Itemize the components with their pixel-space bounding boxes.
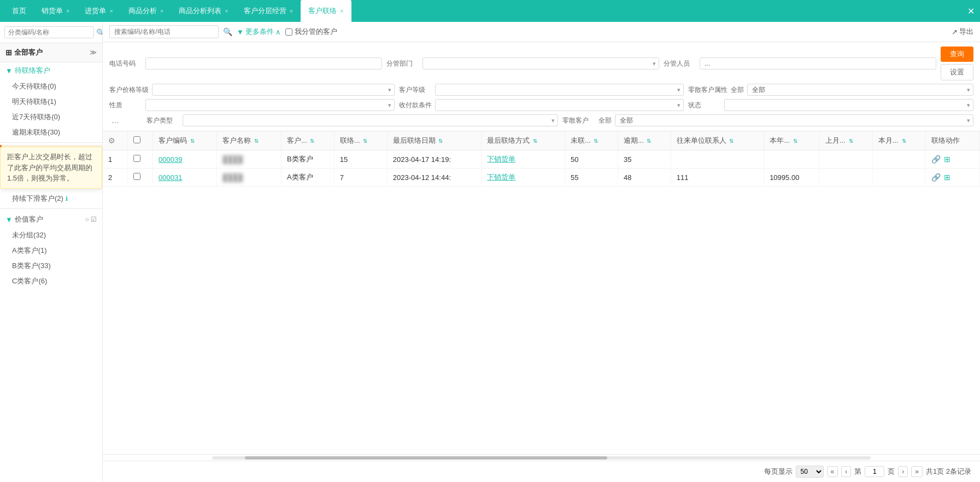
row-checkbox[interactable] <box>127 169 152 187</box>
close-icon[interactable]: × <box>66 8 69 14</box>
scrollbar-thumb[interactable] <box>245 456 607 460</box>
sidebar-item-declining[interactable]: 持续下滑客户(2) ℹ <box>0 191 102 206</box>
blurred-name: ████ <box>222 155 243 164</box>
customer-type-wrap: ▾ <box>183 114 558 126</box>
close-icon[interactable]: × <box>225 8 228 14</box>
overdue-column-header[interactable]: 逾期... ⇅ <box>618 131 671 150</box>
contact-column-header[interactable]: 联络... ⇅ <box>334 131 387 150</box>
last-date-column-header[interactable]: 最后联络日期 ⇅ <box>387 131 482 150</box>
link-action-icon[interactable]: 🔗 <box>931 155 941 164</box>
close-icon[interactable]: × <box>160 8 163 14</box>
this-month-column-header[interactable]: 本月... ⇅ <box>873 131 926 150</box>
sidebar-item-class-a[interactable]: A类客户(1) <box>0 243 102 258</box>
customer-type-select[interactable] <box>183 114 558 126</box>
qr-action-icon[interactable]: ⊞ <box>944 155 950 164</box>
this-month-amount <box>873 169 926 187</box>
nature-select[interactable] <box>145 99 395 111</box>
manager-input[interactable] <box>700 57 936 69</box>
customer-grade-select[interactable] <box>435 84 684 96</box>
method-link[interactable]: 下销货单 <box>487 155 515 163</box>
settings-button[interactable]: 设置 <box>941 64 973 80</box>
sidebar-item-class-c[interactable]: C类客户(6) <box>0 274 102 289</box>
close-icon[interactable]: × <box>109 8 113 14</box>
nav-analysis-label: 商品分析 <box>128 6 157 16</box>
horizontal-scrollbar[interactable] <box>103 454 980 461</box>
row-checkbox[interactable] <box>127 150 152 169</box>
edit-icons[interactable]: ○ ☑ <box>85 216 97 223</box>
next-page-button[interactable]: › <box>898 466 908 477</box>
method-link[interactable]: 下销货单 <box>487 173 515 181</box>
query-button[interactable]: 查询 <box>941 47 973 62</box>
type-column-header[interactable]: 客户... ⇅ <box>281 131 334 150</box>
more-dots[interactable]: ... <box>109 115 121 125</box>
payment-select[interactable] <box>435 99 684 111</box>
close-icon[interactable]: × <box>340 8 343 14</box>
row-index: 2 <box>103 169 127 187</box>
select-all-checkbox[interactable] <box>133 136 140 143</box>
customer-name: ████ <box>217 150 281 169</box>
pending-contact-group[interactable]: ▼ 待联络客户 <box>0 62 102 79</box>
page-label: 第 <box>854 467 861 477</box>
row-select-checkbox[interactable] <box>133 155 140 162</box>
my-customers-filter[interactable]: 我分管的客户 <box>285 27 337 37</box>
page-number-input[interactable] <box>865 466 884 477</box>
nav-home[interactable]: 首页 <box>4 0 34 22</box>
my-customers-label: 我分管的客户 <box>295 27 337 37</box>
sidebar-item-tomorrow[interactable]: 明天待联络(1) <box>0 94 102 109</box>
sidebar-item-class-b[interactable]: B类客户(33) <box>0 258 102 274</box>
sidebar-item-today[interactable]: 今天待联络(0) <box>0 79 102 94</box>
close-icon[interactable]: × <box>290 8 293 14</box>
search-input[interactable] <box>109 25 219 38</box>
name-column-header[interactable]: 客户名称 ⇅ <box>217 131 281 150</box>
dept-select[interactable] <box>422 57 659 69</box>
close-all-button[interactable]: ✕ <box>967 6 975 16</box>
customer-code[interactable]: 000039 <box>153 150 217 169</box>
this-year-column-header[interactable]: 本年... ⇅ <box>764 131 820 150</box>
all-customers-header[interactable]: ⊞ 全部客户 ≫ <box>0 43 102 62</box>
sidebar-search-icon[interactable]: 🔍 <box>96 28 103 37</box>
contact-person-column-header[interactable]: 往来单位联系人 ⇅ <box>671 131 764 150</box>
export-button[interactable]: ↗ 导出 <box>952 27 973 37</box>
nav-sales[interactable]: 销货单 × <box>34 0 77 22</box>
sidebar-search-input[interactable] <box>4 26 94 38</box>
unlink-column-header[interactable]: 未联... ⇅ <box>565 131 618 150</box>
search-icon[interactable]: 🔍 <box>223 27 232 36</box>
per-page-select[interactable]: 50 100 200 <box>796 466 824 478</box>
nav-analysis[interactable]: 商品分析 × <box>121 0 171 22</box>
sidebar-item-ungroup[interactable]: 未分组(32) <box>0 228 102 243</box>
sidebar-item-7days[interactable]: 近7天待联络(0) <box>0 109 102 125</box>
nav-analysis-list[interactable]: 商品分析列表 × <box>171 0 236 22</box>
customer-code[interactable]: 000031 <box>153 169 217 187</box>
nav-purchase[interactable]: 进货单 × <box>77 0 120 22</box>
sidebar-item-overdue[interactable]: 逾期未联络(30) <box>0 125 102 140</box>
last-month-column-header[interactable]: 上月... ⇅ <box>820 131 873 150</box>
checkbox-column-header[interactable] <box>127 131 152 150</box>
price-grade-label: 客户价格等级 <box>109 85 149 95</box>
status-select[interactable] <box>724 99 973 111</box>
first-page-button[interactable]: « <box>827 466 838 477</box>
nav-customer-tier[interactable]: 客户分层经营 × <box>236 0 301 22</box>
retail-attr-select[interactable]: 全部 <box>747 84 973 96</box>
code-column-header[interactable]: 客户编码 ⇅ <box>153 131 217 150</box>
phone-input[interactable] <box>145 57 382 69</box>
link-action-icon[interactable]: 🔗 <box>931 173 941 182</box>
qr-action-icon[interactable]: ⊞ <box>944 173 950 182</box>
retail-attr-label: 零散客户属性 <box>688 85 727 95</box>
last-page-button[interactable]: » <box>911 466 923 477</box>
more-conditions-button[interactable]: ▼ 更多条件 ∧ <box>237 27 281 37</box>
gear-icon[interactable]: ⚙ <box>108 136 115 145</box>
prev-page-button[interactable]: ‹ <box>841 466 851 477</box>
row-select-checkbox[interactable] <box>133 173 140 180</box>
last-contact-method[interactable]: 下销货单 <box>482 150 565 169</box>
nav-customer-contact[interactable]: 客户联络 × <box>301 0 351 22</box>
price-grade-select[interactable] <box>152 84 395 96</box>
my-customers-checkbox[interactable] <box>285 28 292 36</box>
value-group-header[interactable]: ▼ 价值客户 ○ ☑ <box>0 211 102 228</box>
collapse-icon[interactable]: ≫ <box>90 49 97 56</box>
overdue-days: 35 <box>618 150 671 169</box>
gear-column-header[interactable]: ⚙ <box>103 131 127 150</box>
last-method-column-header[interactable]: 最后联络方式 ⇅ <box>482 131 565 150</box>
last-contact-method[interactable]: 下销货单 <box>482 169 565 187</box>
retail-customer-select[interactable]: 全部 <box>615 114 974 126</box>
retail-customer-wrap: 全部 ▾ <box>615 114 974 126</box>
